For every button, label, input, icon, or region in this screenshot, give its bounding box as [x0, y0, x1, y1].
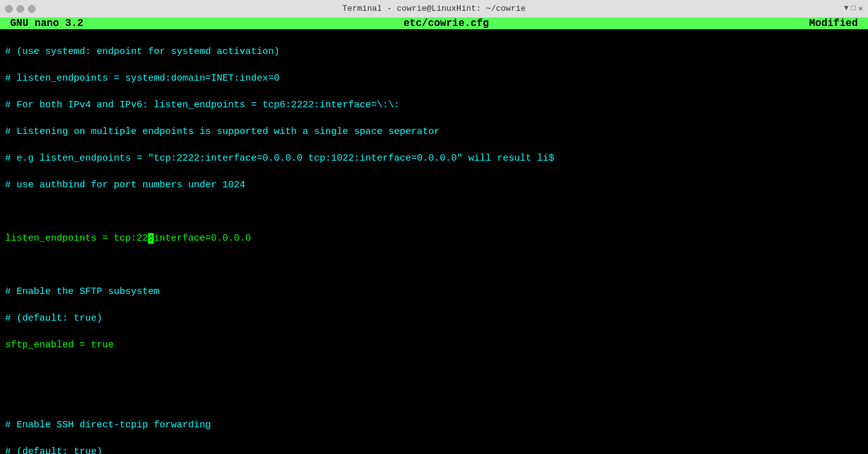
window-close-dot[interactable] — [5, 5, 13, 13]
window-restore[interactable]: □ — [851, 4, 856, 13]
window-controls-left — [5, 5, 36, 13]
editor-line: # (default: true) — [5, 445, 863, 454]
editor-line-cursor: listen_endpoints = tcp:22:interface=0.0.… — [5, 232, 863, 245]
editor-line: # Enable the SFTP subsystem — [5, 285, 863, 298]
nano-title: GNU nano 3.2 — [10, 18, 83, 29]
window-max-dot[interactable] — [28, 5, 36, 13]
window-title: Terminal - cowrie@LinuxHint: ~/cowrie — [342, 4, 526, 13]
editor-line: # (use systemd: endpoint for systemd act… — [5, 45, 863, 58]
window-min-dot[interactable] — [17, 5, 24, 13]
editor-line — [5, 365, 863, 378]
editor-line: # For both IPv4 and IPv6: listen_endpoin… — [5, 98, 863, 112]
editor-line — [5, 392, 863, 405]
editor-line: # Listening on multiple endpoints is sup… — [5, 125, 863, 138]
editor-line: sftp_enabled = true — [5, 338, 863, 352]
nano-header: GNU nano 3.2 etc/cowrie.cfg Modified — [0, 18, 868, 29]
editor-line: # Enable SSH direct-tcpip forwarding — [5, 418, 863, 432]
nano-modified: Modified — [809, 18, 858, 29]
editor-line — [5, 205, 863, 218]
window-scroll-down[interactable]: ▼ — [844, 4, 848, 13]
editor-line: # use authbind for port numbers under 10… — [5, 178, 863, 192]
editor-line — [5, 258, 863, 272]
terminal-content: GNU nano 3.2 etc/cowrie.cfg Modified # (… — [0, 18, 868, 454]
window-controls-right: ▼ □ ✕ — [844, 4, 863, 13]
editor-area[interactable]: # (use systemd: endpoint for systemd act… — [0, 29, 868, 454]
window-close[interactable]: ✕ — [858, 4, 863, 13]
editor-line: # listen_endpoints = systemd:domain=INET… — [5, 72, 863, 85]
window-titlebar: Terminal - cowrie@LinuxHint: ~/cowrie ▼ … — [0, 0, 868, 18]
nano-filename: etc/cowrie.cfg — [403, 18, 489, 29]
editor-line: # e.g listen_endpoints = "tcp:2222:inter… — [5, 152, 863, 165]
editor-line: # (default: true) — [5, 312, 863, 325]
